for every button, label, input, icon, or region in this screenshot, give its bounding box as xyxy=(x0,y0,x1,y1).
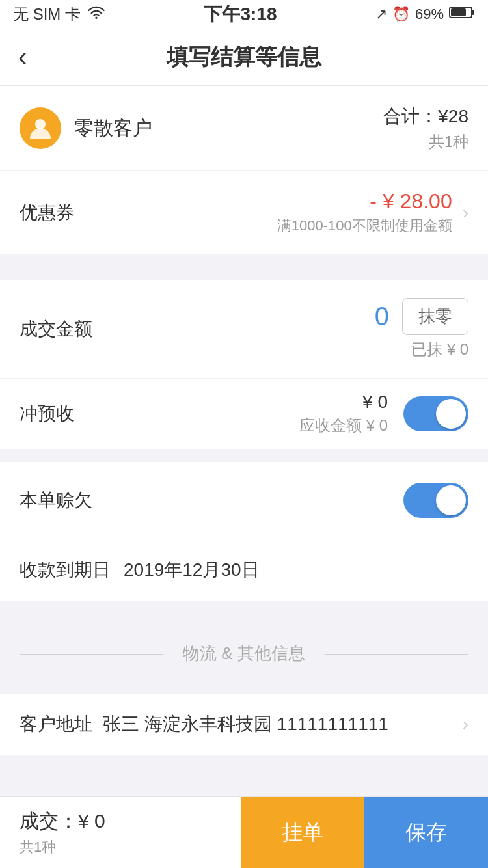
transaction-section: 成交金额 0 抹零 已抹 ¥ 0 冲预收 ¥ 0 应收金额 ¥ 0 xyxy=(0,280,488,449)
address-label: 客户地址 xyxy=(20,712,92,737)
prepay-amounts: ¥ 0 应收金额 ¥ 0 xyxy=(299,392,388,436)
prepay-amount: ¥ 0 xyxy=(299,392,388,413)
deal-value: ¥ 0 xyxy=(78,810,105,832)
transaction-label: 成交金额 xyxy=(20,317,92,342)
logistics-label: 物流 & 其他信息 xyxy=(183,644,305,663)
nav-title: 填写结算等信息 xyxy=(167,42,321,72)
customer-name: 零散客户 xyxy=(74,115,152,142)
alarm-icon: ⏰ xyxy=(392,6,410,23)
customer-summary: 合计：¥28 共1种 xyxy=(383,104,468,152)
battery-text: 69% xyxy=(415,6,444,23)
status-bar: 无 SIM 卡 下午3:18 ↗ ⏰ 69% xyxy=(0,0,488,29)
customer-section: 零散客户 合计：¥28 共1种 优惠券 - ¥ 28.00 满1000-100不… xyxy=(0,86,488,254)
nav-bar: ‹ 填写结算等信息 xyxy=(0,29,488,86)
battery-icon xyxy=(449,6,475,23)
location-icon: ↗ xyxy=(375,6,387,23)
coupon-amount: - ¥ 28.00 xyxy=(277,189,452,213)
address-chevron-icon: › xyxy=(463,714,468,735)
status-left: 无 SIM 卡 xyxy=(13,4,105,25)
section-divider-3 xyxy=(0,614,488,627)
debt-toggle-knob xyxy=(436,485,466,515)
due-date-value: 2019年12月30日 xyxy=(124,558,260,582)
transaction-amount-row: 成交金额 0 抹零 已抹 ¥ 0 xyxy=(0,280,488,378)
section-divider-4 xyxy=(0,681,488,694)
debt-section: 本单赊欠 收款到期日 2019年12月30日 xyxy=(0,462,488,601)
status-right: ↗ ⏰ 69% xyxy=(375,6,475,23)
wifi-icon xyxy=(87,5,105,23)
chevron-right-icon: › xyxy=(463,202,468,223)
deal-label: 成交： xyxy=(20,810,78,832)
bottom-deal: 成交：¥ 0 xyxy=(20,808,221,835)
transaction-amount-block: 0 抹零 xyxy=(375,298,468,335)
transaction-amount: 0 xyxy=(375,302,389,331)
back-button[interactable]: ‹ xyxy=(18,42,27,72)
due-date-row: 收款到期日 2019年12月30日 xyxy=(0,539,488,601)
coupon-desc: 满1000-100不限制使用金额 xyxy=(277,216,452,236)
address-row[interactable]: 客户地址 张三 海淀永丰科技园 11111111111 › xyxy=(0,694,488,755)
prepay-row: 冲预收 ¥ 0 应收金额 ¥ 0 xyxy=(0,378,488,449)
bottom-info: 成交：¥ 0 共1种 xyxy=(0,808,241,857)
prepay-toggle[interactable] xyxy=(403,396,468,431)
total-amount: 合计：¥28 xyxy=(383,104,468,129)
coupon-row[interactable]: 优惠券 - ¥ 28.00 满1000-100不限制使用金额 › xyxy=(0,170,488,254)
svg-rect-1 xyxy=(472,10,474,15)
coupon-label: 优惠券 xyxy=(20,200,74,225)
coupon-value-block: - ¥ 28.00 满1000-100不限制使用金额 xyxy=(277,189,452,236)
transaction-sub: 已抹 ¥ 0 xyxy=(411,339,468,360)
debt-row: 本单赊欠 xyxy=(0,462,488,539)
debt-label: 本单赊欠 xyxy=(20,488,92,513)
save-button[interactable]: 保存 xyxy=(364,797,488,869)
toggle-knob xyxy=(436,399,466,429)
customer-left: 零散客户 xyxy=(20,107,152,149)
prepay-receivable: 应收金额 ¥ 0 xyxy=(299,415,388,436)
status-time: 下午3:18 xyxy=(204,2,277,27)
prepay-label: 冲预收 xyxy=(20,401,74,426)
debt-toggle[interactable] xyxy=(403,483,468,518)
customer-row: 零散客户 合计：¥28 共1种 xyxy=(0,86,488,170)
total-count: 共1种 xyxy=(383,131,468,152)
svg-point-3 xyxy=(35,119,46,129)
section-divider-2 xyxy=(0,449,488,462)
address-value: 张三 海淀永丰科技园 11111111111 xyxy=(103,712,452,737)
bottom-count: 共1种 xyxy=(20,837,221,857)
section-divider-1 xyxy=(0,267,488,280)
signal-text: 无 SIM 卡 xyxy=(13,4,81,25)
pending-button[interactable]: 挂单 xyxy=(241,797,364,869)
content: 零散客户 合计：¥28 共1种 优惠券 - ¥ 28.00 满1000-100不… xyxy=(0,86,488,833)
due-date-label: 收款到期日 xyxy=(20,558,111,582)
avatar xyxy=(20,107,61,149)
svg-rect-2 xyxy=(451,8,466,16)
round-button[interactable]: 抹零 xyxy=(402,298,468,335)
logistics-divider: 物流 & 其他信息 xyxy=(0,627,488,681)
bottom-bar: 成交：¥ 0 共1种 挂单 保存 xyxy=(0,796,488,868)
coupon-right: - ¥ 28.00 满1000-100不限制使用金额 › xyxy=(277,189,468,236)
